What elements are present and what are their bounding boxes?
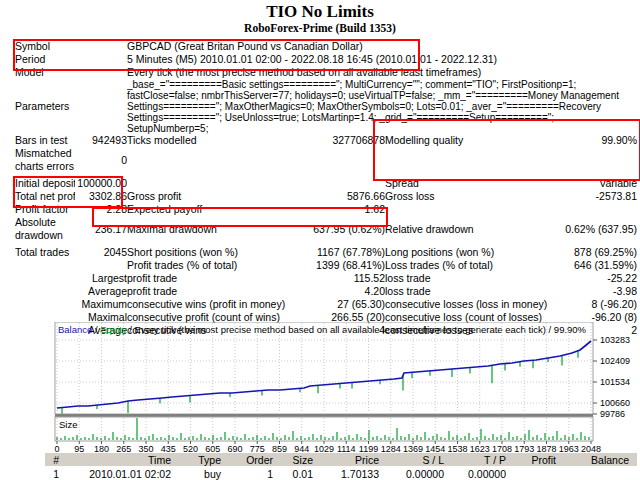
stat-value: -25.22 xyxy=(563,272,637,285)
size-plot-border xyxy=(55,417,593,441)
stat-value: -2573.81 xyxy=(563,190,637,203)
stat-value: -3.98 xyxy=(563,285,637,298)
trade-type: buy xyxy=(179,467,229,480)
stats-table: SymbolGBPCAD (Great Britan Pound vs Cana… xyxy=(15,40,637,337)
trades-table: # Time Type Order Size Price S / L T / P… xyxy=(45,452,637,480)
stat-label: Absolute drawdown xyxy=(15,216,75,242)
stat-row-deposit: Initial deposit100000.00SpreadVariable xyxy=(15,177,637,190)
x-axis-label: 1369 xyxy=(403,444,423,452)
trade-order: 1 xyxy=(229,467,281,480)
stat-value: 236.17 xyxy=(75,216,127,242)
x-axis-label: 180 xyxy=(94,444,109,452)
trade-number: 1 xyxy=(45,467,67,480)
stat-label: profit trade xyxy=(127,272,307,285)
stat-label: Total trades xyxy=(15,246,75,259)
x-axis-label: 1878 xyxy=(536,444,556,452)
size-panel-label: Size xyxy=(59,419,77,430)
x-axis-label: 1708 xyxy=(492,444,512,452)
x-axis-label: 1199 xyxy=(359,444,378,452)
x-axis-label: 520 xyxy=(183,444,198,452)
stat-value: 2045 xyxy=(75,246,127,259)
stat-label: Profit trades (% of total) xyxy=(127,259,307,272)
stat-value: 1399 (68.41%) xyxy=(307,259,385,272)
stat-value: 0 xyxy=(75,147,127,173)
stat-value: 646 (31.59%) xyxy=(563,259,637,272)
y-axis-label: 99786 xyxy=(600,409,625,419)
stat-label: Modelling quality xyxy=(385,134,563,147)
stat-value: 115.52 xyxy=(307,272,385,285)
stat-value: 4.20 xyxy=(307,285,385,298)
y-axis-label: 101534 xyxy=(600,377,630,387)
stat-value: 99.90% xyxy=(563,134,637,147)
x-axis-label: 95 xyxy=(74,444,84,452)
column-header-balance: Balance xyxy=(564,453,637,466)
stat-label: profit trade xyxy=(127,285,307,298)
strategy-tester-report: TIO No Limits RoboForex-Prime (Build 135… xyxy=(0,0,640,480)
x-axis-label: 350 xyxy=(138,444,153,452)
stat-value: 0.62% (637.95) xyxy=(563,216,637,242)
trade-size: 0.01 xyxy=(281,467,321,480)
page-title: TIO No Limits xyxy=(0,2,640,22)
stat-label: Maximum xyxy=(75,298,127,311)
stat-row-parameters: Parameters_base_="=========Basic setting… xyxy=(15,79,637,134)
stat-value: 8 (-96.20) xyxy=(563,298,637,311)
trade-balance xyxy=(564,467,637,480)
trade-price: 1.70133 xyxy=(321,467,387,480)
column-header-sl: S / L xyxy=(387,453,452,466)
stat-label: Largest xyxy=(75,272,127,285)
trade-row: 1 2010.01.01 02:02 buy 1 0.01 1.70133 0.… xyxy=(45,467,637,480)
stat-label: Bars in test xyxy=(15,134,75,147)
stat-label: Parameters xyxy=(15,79,75,134)
x-axis-label: 1029 xyxy=(314,444,334,452)
x-axis-label: 690 xyxy=(227,444,242,452)
balance-equity-chart: 1032831024091015341006609978609518026535… xyxy=(0,322,640,452)
stat-row-symbol: SymbolGBPCAD (Great Britan Pound vs Cana… xyxy=(15,40,637,53)
stat-label: Gross loss xyxy=(385,190,563,203)
stat-value: 3302.86 xyxy=(75,190,127,203)
x-axis-label: 1623 xyxy=(470,444,490,452)
column-header-size: Size xyxy=(281,453,321,466)
stat-label: consecutive wins (profit in money) xyxy=(127,298,307,311)
stat-value: Every tick (the most precise method base… xyxy=(127,66,637,79)
trade-sl: 0.00000 xyxy=(387,467,452,480)
x-axis-label: 265 xyxy=(116,444,131,452)
y-axis-label: 100660 xyxy=(600,398,630,408)
stat-value: 27 (65.30) xyxy=(307,298,385,311)
column-header-type: Type xyxy=(179,453,229,466)
stat-label: consecutive losses (loss in money) xyxy=(385,298,563,311)
stat-label: Profit factor xyxy=(15,203,75,216)
stat-label: Maximal drawdown xyxy=(127,216,307,242)
stat-value: 327706878 xyxy=(307,134,385,147)
stat-row-model: ModelEvery tick (the most precise method… xyxy=(15,66,637,79)
trades-header-row: # Time Type Order Size Price S / L T / P… xyxy=(45,453,637,466)
stat-row-largest: Largestprofit trade115.52loss trade-25.2… xyxy=(15,272,637,285)
trade-time: 2010.01.01 02:02 xyxy=(67,467,179,480)
stat-row-average: Averageprofit trade4.20loss trade-3.98 xyxy=(15,285,637,298)
stat-row-net-profit: Total net profit3302.86Gross profit5876.… xyxy=(15,190,637,203)
report-subtitle: RoboForex-Prime (Build 1353) xyxy=(0,22,640,34)
stat-label: Gross profit xyxy=(127,190,307,203)
column-header-order: Order xyxy=(229,453,281,466)
stat-row-period: Period5 Minutes (M5) 2010.01.01 02:00 - … xyxy=(15,53,637,66)
column-header-number: # xyxy=(45,453,67,466)
stat-label: Total net profit xyxy=(15,190,75,203)
y-axis-label: 103283 xyxy=(600,335,630,345)
trade-profit xyxy=(514,467,564,480)
stat-label: Mismatched charts errors xyxy=(15,147,75,173)
stat-row-total-trades: Total trades2045Short positions (won %)1… xyxy=(15,246,637,259)
stat-value: 942493 xyxy=(75,134,127,147)
stat-row-drawdown: Absolute drawdown236.17Maximal drawdown6… xyxy=(15,216,637,242)
y-axis-label: 102409 xyxy=(600,356,630,366)
stat-row-profit-trades: Profit trades (% of total)1399 (68.41%)L… xyxy=(15,259,637,272)
stat-label: Model xyxy=(15,66,75,79)
x-axis-label: 775 xyxy=(250,444,265,452)
x-axis-label: 1538 xyxy=(447,444,467,452)
stat-label: loss trade xyxy=(385,285,563,298)
stat-value: Variable xyxy=(563,177,637,190)
stat-label: Short positions (won %) xyxy=(127,246,307,259)
stat-value: 637.95 (0.62%) xyxy=(307,216,385,242)
stat-value: 2.28 xyxy=(75,203,127,216)
column-header-price: Price xyxy=(321,453,387,466)
stat-value: 5876.66 xyxy=(307,190,385,203)
x-axis-label: 859 xyxy=(272,444,287,452)
